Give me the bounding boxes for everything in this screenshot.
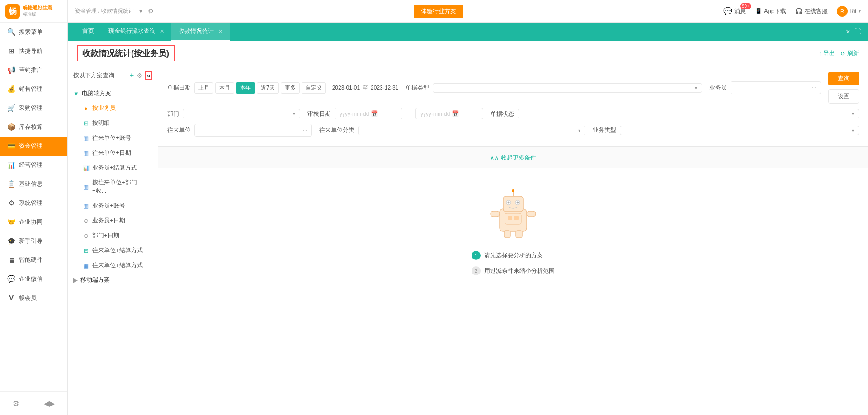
filter-salesman-item: 业务员 ··· <box>709 81 821 94</box>
date-buttons: 上月 本月 本年 近7天 更多 自定义 <box>194 82 326 94</box>
logo-text: 畅捷通好生意 标准版 <box>23 5 52 18</box>
scheme-item-dept-date[interactable]: ⊙ 部门+日期 <box>70 228 156 243</box>
page-header-actions: ↑ 导出 ↺ 刷新 <box>819 49 859 57</box>
sidebar-item-enterprise[interactable]: 🤝 企业协同 <box>0 212 67 231</box>
scheme-item-salesman-account[interactable]: ▦ 业务员+账号 <box>70 198 156 213</box>
svg-rect-8 <box>491 211 500 217</box>
business-type-chevron: ▾ <box>852 128 854 133</box>
dropdown-icon[interactable]: ▾ <box>139 8 142 14</box>
user-avatar[interactable]: R Rit ▾ <box>837 6 861 17</box>
tab-maximize-icon[interactable]: ⛶ <box>854 28 861 35</box>
trial-btn[interactable]: 体验行业方案 <box>414 5 463 18</box>
operation-icon: 📊 <box>7 161 15 169</box>
date-btn-7days[interactable]: 近7天 <box>257 82 279 94</box>
sidebar-item-quick-nav[interactable]: ⊞ 快捷导航 <box>0 42 67 61</box>
tab-collection-stats[interactable]: 收款情况统计 ✕ <box>171 23 230 41</box>
settings-topbar-icon[interactable]: ⚙ <box>148 7 154 15</box>
date-from-value: 2023-01-01 <box>332 85 360 91</box>
business-type-select[interactable]: ▾ <box>620 126 859 135</box>
collapse-btn[interactable]: ∧∧ 收起更多条件 <box>481 151 545 165</box>
scheme-group-desktop-header[interactable]: ▼ 电脑端方案 <box>68 87 158 100</box>
sidebar-item-operation[interactable]: 📊 经营管理 <box>0 156 67 174</box>
dept-select[interactable]: ▾ <box>183 109 300 118</box>
scheme-item-salesman-settlement[interactable]: 📊 业务员+结算方式 <box>70 160 156 175</box>
avatar-icon: R <box>837 6 848 17</box>
topbar-actions: 体验行业方案 <box>414 5 463 18</box>
sidebar-bottom: ⚙ ◀▶ <box>0 391 67 415</box>
salesman-dots[interactable]: ··· <box>810 84 816 92</box>
empty-steps: 1 请先选择要分析的方案 2 用过滤条件来缩小分析范围 <box>472 250 555 277</box>
sidebar-item-inventory[interactable]: 📦 库存核算 <box>0 118 67 137</box>
page-header: 收款情况统计(按业务员) ↑ 导出 ↺ 刷新 <box>68 41 868 66</box>
doc-type-select[interactable]: ▾ <box>433 83 702 93</box>
collapse-panel-icon[interactable]: « <box>145 71 152 80</box>
salesman-select[interactable]: ··· <box>731 81 821 94</box>
scheme-item-counterpart-date[interactable]: ▦ 往来单位+日期 <box>70 146 156 160</box>
counterpart-dots[interactable]: ··· <box>301 126 307 134</box>
date-btn-last-month[interactable]: 上月 <box>194 82 213 94</box>
scheme-item-counterpart-dept[interactable]: ▦ 按往来单位+部门+收... <box>70 175 156 198</box>
review-date-to[interactable]: yyyy-mm-dd 📅 <box>415 108 483 119</box>
scheme-item-counterpart-settlement1[interactable]: ⊞ 往来单位+结算方式 <box>70 243 156 258</box>
sidebar-item-purchase[interactable]: 🛒 采购管理 <box>0 99 67 118</box>
date-range-inputs: 2023-01-01 至 2023-12-31 <box>332 84 399 92</box>
refresh-btn[interactable]: ↺ 刷新 <box>840 49 859 57</box>
date-to-value: 2023-12-31 <box>371 85 398 91</box>
counterpart-date-icon: ▦ <box>82 149 90 156</box>
logo-icon: 畅 <box>5 4 20 19</box>
svg-rect-11 <box>508 216 512 220</box>
filter-date-item: 单据日期 上月 本月 本年 近7天 更多 自定义 2023-01-01 <box>167 82 398 94</box>
counterpart-category-label: 往来单位分类 <box>319 126 354 134</box>
counterpart-settlement2-icon: ▦ <box>82 262 90 269</box>
counterpart-category-select[interactable]: ▾ <box>358 126 585 135</box>
doc-status-select[interactable]: ▾ <box>518 109 859 118</box>
date-dash: — <box>406 110 412 117</box>
app-download-btn[interactable]: 📱 App下载 <box>755 7 786 15</box>
sidebar-item-system[interactable]: ⚙ 系统管理 <box>0 193 67 212</box>
sidebar-item-finance[interactable]: 💳 资金管理 <box>0 137 67 156</box>
date-btn-this-month[interactable]: 本月 <box>215 82 234 94</box>
left-panel-header: 按以下方案查询 + ⚙ « <box>68 66 158 85</box>
date-btn-more[interactable]: 更多 <box>281 82 300 94</box>
mobile-label: 移动端方案 <box>80 276 110 284</box>
sidebar-item-marketing[interactable]: 📢 营销推广 <box>0 61 67 80</box>
left-panel: 按以下方案查询 + ⚙ « ▼ 电脑端方案 <box>68 66 158 415</box>
sidebar-item-hardware[interactable]: 🖥 智能硬件 <box>0 250 67 269</box>
sidebar-item-search-menu[interactable]: 🔍 搜索菜单 <box>0 23 67 42</box>
calendar-to-icon[interactable]: 📅 <box>452 110 459 117</box>
salesman-date-icon: ⊙ <box>82 217 90 224</box>
tab-bank-flow[interactable]: 现金银行流水查询 ✕ <box>101 23 171 41</box>
settings-bottom-icon[interactable]: ⚙ <box>9 396 23 411</box>
tab-close-bank[interactable]: ✕ <box>160 28 164 34</box>
date-btn-custom[interactable]: 自定义 <box>302 82 326 94</box>
date-btn-this-year[interactable]: 本年 <box>236 82 255 94</box>
scheme-item-by-salesman[interactable]: ● 按业务员 <box>70 101 156 115</box>
tab-close-collection[interactable]: ✕ <box>218 28 222 34</box>
scheme-item-by-detail[interactable]: ⊞ 按明细 <box>70 116 156 130</box>
add-scheme-btn[interactable]: + <box>130 71 134 80</box>
sidebar-item-sales[interactable]: 💰 销售管理 <box>0 80 67 99</box>
setting-btn[interactable]: 设置 <box>828 89 859 104</box>
scheme-item-counterpart-account[interactable]: ▦ 往来单位+账号 <box>70 131 156 145</box>
dept-chevron: ▾ <box>293 111 295 116</box>
query-btn[interactable]: 查询 <box>828 72 859 85</box>
calendar-from-icon[interactable]: 📅 <box>371 110 378 117</box>
tab-close-all-icon[interactable]: ✕ <box>845 28 851 35</box>
scheme-item-counterpart-settlement2[interactable]: ▦ 往来单位+结算方式 <box>70 258 156 273</box>
message-btn[interactable]: 💬 消息 99+ <box>723 7 746 15</box>
review-date-from[interactable]: yyyy-mm-dd 📅 <box>335 108 402 119</box>
online-service-btn[interactable]: 🎧 在线客服 <box>795 7 828 15</box>
sidebar-item-guide[interactable]: 🎓 新手引导 <box>0 231 67 250</box>
scheme-item-salesman-date[interactable]: ⊙ 业务员+日期 <box>70 213 156 228</box>
doc-status-label: 单据状态 <box>491 110 514 118</box>
counterpart-select[interactable]: ··· <box>194 124 312 137</box>
export-btn[interactable]: ↑ 导出 <box>819 49 835 57</box>
sidebar-item-member[interactable]: V 畅会员 <box>0 288 67 307</box>
scheme-group-mobile-header[interactable]: ▶ 移动端方案 <box>68 273 158 287</box>
sidebar-item-basic[interactable]: 📋 基础信息 <box>0 174 67 193</box>
collapse-sidebar-icon[interactable]: ◀▶ <box>40 396 58 411</box>
breadcrumb: 资金管理 / 收款情况统计 <box>75 7 134 15</box>
sidebar-item-wechat[interactable]: 💬 企业微信 <box>0 269 67 288</box>
tab-home[interactable]: 首页 <box>75 23 101 41</box>
scheme-settings-icon[interactable]: ⚙ <box>137 72 142 79</box>
